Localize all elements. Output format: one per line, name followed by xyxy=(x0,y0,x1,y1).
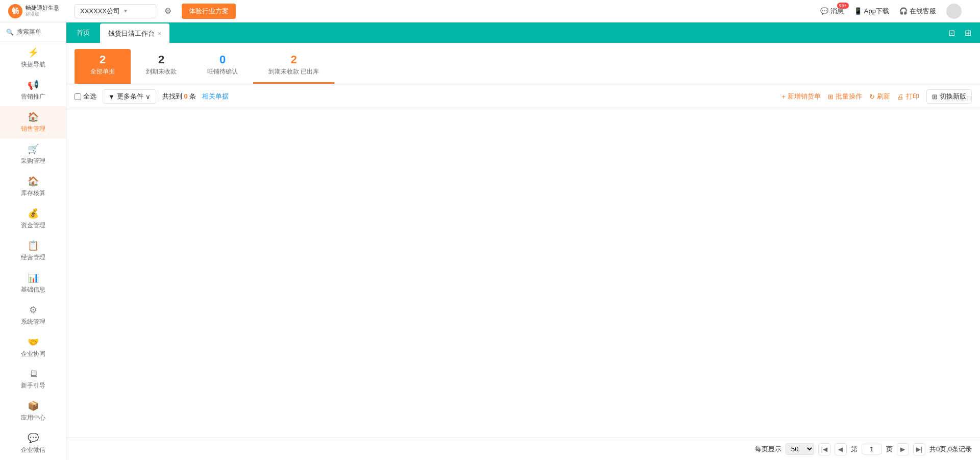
top-header: 畅 畅捷通好生意 标准版 XXXXXX公司 ▼ ⚙ 体验行业方案 💬 消息 99… xyxy=(0,0,980,22)
basic-info-label: 基础信息 xyxy=(21,285,45,294)
select-all-checkbox[interactable]: 全选 xyxy=(75,92,96,101)
cooperation-label: 企业协同 xyxy=(21,350,45,358)
found-prefix: 共找到 xyxy=(162,92,182,100)
stat-tab-overdue-shipped[interactable]: 2 到期未收款 已出库 xyxy=(253,49,334,84)
last-page-button[interactable]: ▶| xyxy=(913,443,925,455)
found-unit: 条 xyxy=(189,92,196,100)
tab-bar: 首页 钱货日清工作台 × ⊡ ⊞ xyxy=(66,22,980,43)
marketing-label: 营销推广 xyxy=(21,92,45,101)
trial-button[interactable]: 体验行业方案 xyxy=(182,4,236,19)
app-download-button[interactable]: 📱 App下载 xyxy=(854,7,889,16)
sidebar-item-weixin[interactable]: 💬 企业微信 xyxy=(0,427,66,459)
switch-icon: ⊞ xyxy=(932,93,938,101)
tab-minimize-button[interactable]: ⊡ xyxy=(945,27,958,39)
select-all-input[interactable] xyxy=(75,93,81,100)
sidebar-item-purchase[interactable]: 🛒 采购管理 xyxy=(0,138,66,171)
sidebar-item-marketing[interactable]: 📢 营销推广 xyxy=(0,74,66,106)
sidebar-item-operation[interactable]: 📋 经营管理 xyxy=(0,235,66,267)
add-icon: + xyxy=(781,93,786,101)
settings-button[interactable]: ⚙ xyxy=(160,4,176,19)
home-tab-label: 首页 xyxy=(77,28,90,37)
sidebar-item-finance[interactable]: 💰 资金管理 xyxy=(0,203,66,235)
search-icon: 🔍 xyxy=(6,29,14,36)
logo-icon: 畅 xyxy=(8,4,22,18)
stat-all-num: 2 xyxy=(100,53,106,66)
refresh-icon: ↻ xyxy=(869,93,875,101)
tab-bar-actions: ⊡ ⊞ xyxy=(945,27,980,39)
inventory-icon: 🏠 xyxy=(28,176,39,187)
main-content: 首页 钱货日清工作台 × ⊡ ⊞ 2 全部单据 2 到期未收款 xyxy=(66,22,980,460)
purchase-icon: 🛒 xyxy=(28,143,39,155)
header-right: 💬 消息 99+ 📱 App下载 🎧 在线客服 xyxy=(820,4,972,19)
stat-pending-num: 0 xyxy=(219,53,226,66)
filter-button[interactable]: ▼ 更多条件 ∨ xyxy=(103,89,156,104)
sidebar-item-cooperation[interactable]: 🤝 企业协同 xyxy=(0,331,66,364)
per-page-select[interactable]: 50 100 200 xyxy=(786,443,814,455)
sidebar-item-quick-nav[interactable]: ⚡ 快捷导航 xyxy=(0,42,66,74)
batch-label: 批量操作 xyxy=(836,92,862,101)
total-records: 共0页,0条记录 xyxy=(929,445,972,454)
stat-overdue-shipped-num: 2 xyxy=(291,53,297,66)
basic-info-icon: 📊 xyxy=(28,272,39,283)
sidebar-item-guide[interactable]: 🖥 新手引导 xyxy=(0,364,66,395)
found-count: 0 xyxy=(184,92,188,100)
quick-nav-label: 快捷导航 xyxy=(21,60,45,69)
sidebar-item-sales[interactable]: 🏠 销售管理 xyxy=(0,106,66,138)
page-text: 第 xyxy=(851,445,857,454)
refresh-button[interactable]: ↻ 刷新 xyxy=(869,92,890,101)
filter-icon: ▼ xyxy=(108,93,115,101)
search-label: 搜索菜单 xyxy=(17,28,41,36)
first-page-button[interactable]: |◀ xyxy=(818,443,830,455)
add-label: 新增销货单 xyxy=(788,92,821,101)
sidebar-item-basic-info[interactable]: 📊 基础信息 xyxy=(0,267,66,299)
refresh-label: 刷新 xyxy=(877,92,890,101)
stat-tab-overdue[interactable]: 2 到期未收款 xyxy=(131,49,192,84)
purchase-label: 采购管理 xyxy=(21,157,45,165)
per-page-label: 每页显示 xyxy=(755,445,781,454)
quick-nav-icon: ⚡ xyxy=(28,47,39,58)
add-sales-button[interactable]: + 新增销货单 xyxy=(781,92,821,101)
pagination-bar: 每页显示 50 100 200 |◀ ◀ 第 页 ▶ ▶| 共0页,0条记录 xyxy=(66,438,980,460)
online-service-button[interactable]: 🎧 在线客服 xyxy=(899,7,936,16)
stat-tab-all[interactable]: 2 全部单据 xyxy=(75,49,131,84)
operation-label: 经营管理 xyxy=(21,253,45,262)
marketing-icon: 📢 xyxy=(28,79,39,90)
stat-tab-pending[interactable]: 0 旺铺待确认 xyxy=(192,49,253,84)
tab-home[interactable]: 首页 xyxy=(66,22,100,43)
switch-version-button[interactable]: ⊞ 切换新版 xyxy=(926,89,972,104)
tab-active[interactable]: 钱货日清工作台 × xyxy=(100,23,169,44)
inventory-label: 库存核算 xyxy=(21,189,45,198)
active-tab-label: 钱货日清工作台 xyxy=(108,29,155,38)
stats-tabs: 2 全部单据 2 到期未收款 0 旺铺待确认 2 到期未收款 已出库 xyxy=(66,43,980,84)
app-download-label: App下载 xyxy=(864,7,889,16)
company-dropdown-icon: ▼ xyxy=(123,8,128,14)
filter-label: 更多条件 xyxy=(117,92,143,101)
guide-label: 新手引导 xyxy=(21,381,45,390)
prev-page-button[interactable]: ◀ xyxy=(835,443,847,455)
related-link[interactable]: 相关单据 xyxy=(202,92,229,101)
logo-text: 畅捷通好生意 标准版 xyxy=(26,4,59,18)
company-selector[interactable]: XXXXXX公司 ▼ xyxy=(75,4,156,18)
page-input[interactable] xyxy=(862,444,882,454)
sidebar-search[interactable]: 🔍 搜索菜单 xyxy=(0,22,66,42)
online-service-label: 在线客服 xyxy=(910,7,936,16)
message-button[interactable]: 💬 消息 99+ xyxy=(820,7,844,16)
phone-icon: 📱 xyxy=(854,7,862,15)
tab-expand-button[interactable]: ⊞ xyxy=(962,27,974,39)
table-area xyxy=(66,109,980,438)
message-badge: 99+ xyxy=(837,3,849,9)
print-button[interactable]: 🖨 打印 xyxy=(897,92,919,101)
company-name: XXXXXX公司 xyxy=(80,7,120,16)
batch-operation-button[interactable]: ⊞ 批量操作 xyxy=(828,92,862,101)
stat-overdue-label: 到期未收款 xyxy=(146,67,177,76)
sidebar-item-app-center[interactable]: 📦 应用中心 xyxy=(0,395,66,427)
sidebar-item-inventory[interactable]: 🏠 库存核算 xyxy=(0,171,66,203)
page-text2: 页 xyxy=(886,445,893,454)
app-center-label: 应用中心 xyxy=(21,414,45,422)
select-all-label: 全选 xyxy=(83,92,96,101)
next-page-button[interactable]: ▶ xyxy=(897,443,909,455)
sidebar-item-system[interactable]: ⚙ 系统管理 xyxy=(0,299,66,331)
avatar[interactable] xyxy=(946,4,962,19)
finance-label: 资金管理 xyxy=(21,221,45,230)
tab-close-icon[interactable]: × xyxy=(158,30,161,37)
